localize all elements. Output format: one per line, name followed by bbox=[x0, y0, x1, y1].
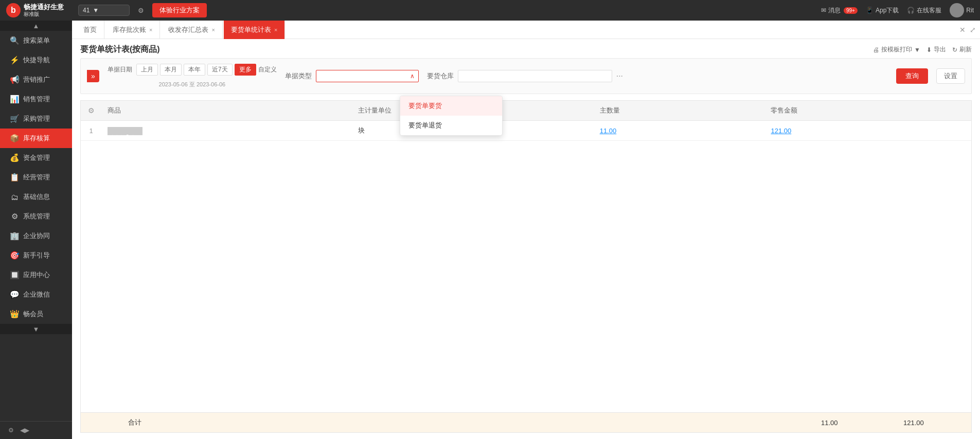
sidebar-item-appstore[interactable]: 🔲 应用中心 bbox=[0, 265, 72, 285]
dropdown-item-requisition-order[interactable]: 要货单要货 bbox=[400, 96, 502, 116]
notification-item[interactable]: ✉ 消息 99+ bbox=[821, 6, 858, 15]
tab-inventory-batch[interactable]: 库存批次账 × bbox=[105, 21, 160, 39]
footer-label: 合计 bbox=[128, 418, 141, 427]
tab-expand-icon[interactable]: ⤢ bbox=[970, 26, 976, 34]
date-btn-last-7-days[interactable]: 近7天 bbox=[207, 64, 233, 76]
sidebar-collapse-icon[interactable]: ◀▶ bbox=[20, 427, 29, 434]
date-btn-last-month[interactable]: 上月 bbox=[136, 64, 158, 76]
tab-inventory-batch-close[interactable]: × bbox=[149, 27, 152, 33]
online-service-item[interactable]: 🎧 在线客服 bbox=[907, 6, 941, 15]
page-title: 要货单统计表(按商品) bbox=[80, 44, 160, 55]
sidebar-item-label: 系统管理 bbox=[23, 212, 50, 221]
sidebar-scroll-up[interactable]: ▲ bbox=[0, 21, 72, 31]
tab-bar: 首页 库存批次账 × 收发存汇总表 × 要货单统计表 × ✕ ⤢ bbox=[72, 21, 980, 39]
date-custom-btn[interactable]: 自定义 bbox=[258, 65, 277, 74]
type-filter-input[interactable] bbox=[316, 70, 419, 82]
sidebar-item-basic[interactable]: 🗂 基础信息 bbox=[0, 187, 72, 207]
print-template-label: 按模板打印 bbox=[881, 45, 912, 54]
col-settings-icon[interactable]: ⚙ bbox=[88, 106, 95, 115]
tab-inventory-batch-label: 库存批次账 bbox=[113, 25, 146, 34]
member-icon: 👑 bbox=[10, 309, 19, 319]
col-quantity: 主数量 bbox=[594, 101, 765, 121]
table-header-row: ⚙ 商品 主计量单位 主数量 零售金额 bbox=[81, 101, 971, 121]
table-wrapper: ⚙ 商品 主计量单位 主数量 零售金额 1 ████ ███ bbox=[80, 100, 972, 413]
type-dropdown: 要货单要货 要货单退货 bbox=[400, 96, 503, 136]
header-settings-icon[interactable]: ⚙ bbox=[134, 3, 148, 17]
logo-icon: b bbox=[6, 3, 21, 17]
type-filter-arrow-icon[interactable]: ∧ bbox=[410, 72, 415, 80]
sidebar-item-label: 新手引导 bbox=[23, 251, 50, 260]
app-download-label: App下载 bbox=[876, 6, 899, 15]
dropdown-item-requisition-return[interactable]: 要货单退货 bbox=[400, 116, 502, 135]
sidebar-item-shortcut[interactable]: ⚡ 快捷导航 bbox=[0, 50, 72, 70]
settings-button[interactable]: 设置 bbox=[936, 68, 965, 84]
user-avatar-item[interactable]: Rit bbox=[950, 3, 974, 17]
sidebar-item-search[interactable]: 🔍 搜索菜单 bbox=[0, 31, 72, 50]
sidebar-item-enterprise[interactable]: 🏢 企业协同 bbox=[0, 226, 72, 246]
sidebar-item-guide[interactable]: 🎯 新手引导 bbox=[0, 246, 72, 265]
finance-icon: 💰 bbox=[10, 153, 19, 162]
tab-requisition-stats-close[interactable]: × bbox=[274, 27, 277, 33]
cell-quantity[interactable]: 11.00 bbox=[594, 121, 765, 141]
content-area: 首页 库存批次账 × 收发存汇总表 × 要货单统计表 × ✕ ⤢ 要 bbox=[72, 21, 980, 439]
tab-receipt-summary[interactable]: 收发存汇总表 × bbox=[161, 21, 222, 39]
sidebar-item-sales[interactable]: 📊 销售管理 bbox=[0, 89, 72, 109]
warehouse-input[interactable] bbox=[458, 70, 612, 82]
sidebar-item-inventory[interactable]: 📦 库存核算 bbox=[0, 129, 72, 148]
store-selector[interactable]: 41 ▼ bbox=[78, 5, 130, 16]
app-download-item[interactable]: 📱 App下载 bbox=[866, 6, 899, 15]
print-template-btn[interactable]: 🖨 按模板打印 ▼ bbox=[873, 45, 920, 54]
expand-icon: » bbox=[91, 72, 95, 80]
trial-button[interactable]: 体验行业方案 bbox=[152, 3, 207, 17]
date-btn-this-month[interactable]: 本月 bbox=[160, 64, 182, 76]
col-product: 商品 bbox=[101, 101, 352, 121]
cell-seq: 1 bbox=[81, 121, 101, 141]
table-body: 1 ████ ███ 块 11.00 121.00 bbox=[81, 121, 971, 141]
sales-icon: 📊 bbox=[10, 95, 19, 104]
store-name: 41 bbox=[83, 7, 90, 14]
date-btn-more[interactable]: 更多 bbox=[235, 64, 256, 76]
header-right: ✉ 消息 99+ 📱 App下载 🎧 在线客服 Rit bbox=[821, 3, 974, 17]
tab-home-label: 首页 bbox=[83, 25, 97, 34]
col-settings[interactable]: ⚙ bbox=[81, 101, 101, 121]
sidebar-item-operations[interactable]: 📋 经营管理 bbox=[0, 168, 72, 187]
notification-icon: ✉ bbox=[821, 7, 826, 14]
sidebar-item-label: 采购管理 bbox=[23, 114, 50, 123]
tab-home[interactable]: 首页 bbox=[76, 21, 104, 39]
tab-close-all-icon[interactable]: ✕ bbox=[959, 26, 966, 34]
footer-quantity: 11.00 bbox=[821, 419, 883, 427]
marketing-icon: 📢 bbox=[10, 75, 19, 84]
refresh-btn[interactable]: ↻ 刷新 bbox=[952, 45, 972, 54]
sidebar-item-label: 销售管理 bbox=[23, 95, 50, 104]
sidebar-item-member[interactable]: 👑 畅会员 bbox=[0, 304, 72, 324]
brand-sub: 标准版 bbox=[24, 11, 64, 17]
cell-amount[interactable]: 121.00 bbox=[764, 121, 971, 141]
refresh-label: 刷新 bbox=[959, 45, 972, 54]
tab-requisition-stats[interactable]: 要货单统计表 × bbox=[224, 21, 285, 39]
warehouse-more-btn[interactable]: ··· bbox=[616, 71, 623, 81]
data-table: ⚙ 商品 主计量单位 主数量 零售金额 1 ████ ███ bbox=[81, 101, 971, 141]
operations-icon: 📋 bbox=[10, 173, 19, 182]
brand-name: 畅捷通好生意 bbox=[24, 3, 64, 11]
sidebar-settings-icon[interactable]: ⚙ bbox=[8, 427, 14, 434]
sidebar-item-system[interactable]: ⚙ 系统管理 bbox=[0, 207, 72, 226]
sidebar-item-label: 基础信息 bbox=[23, 192, 50, 202]
export-btn[interactable]: ⬇ 导出 bbox=[926, 45, 946, 54]
chevron-down-icon: ▼ bbox=[93, 7, 99, 14]
sidebar-item-marketing[interactable]: 📢 营销推广 bbox=[0, 70, 72, 89]
refresh-icon: ↻ bbox=[952, 46, 957, 53]
sidebar-item-purchase[interactable]: 🛒 采购管理 bbox=[0, 109, 72, 129]
inventory-icon: 📦 bbox=[10, 134, 19, 143]
search-icon: 🔍 bbox=[10, 36, 19, 45]
sidebar-item-finance[interactable]: 💰 资金管理 bbox=[0, 148, 72, 168]
type-label: 单据类型 bbox=[285, 71, 312, 81]
sidebar-item-wechat[interactable]: 💬 企业微信 bbox=[0, 285, 72, 304]
sidebar-item-label: 资金管理 bbox=[23, 153, 50, 162]
main-layout: ▲ 🔍 搜索菜单 ⚡ 快捷导航 📢 营销推广 📊 销售管理 🛒 采购管理 📦 库… bbox=[0, 21, 980, 439]
tab-receipt-summary-close[interactable]: × bbox=[211, 27, 215, 33]
date-btn-this-year[interactable]: 本年 bbox=[184, 64, 205, 76]
sidebar-scroll-down[interactable]: ▼ bbox=[0, 324, 72, 334]
query-button[interactable]: 查询 bbox=[896, 68, 928, 84]
filter-expand-btn[interactable]: » bbox=[87, 70, 99, 82]
guide-icon: 🎯 bbox=[10, 251, 19, 260]
